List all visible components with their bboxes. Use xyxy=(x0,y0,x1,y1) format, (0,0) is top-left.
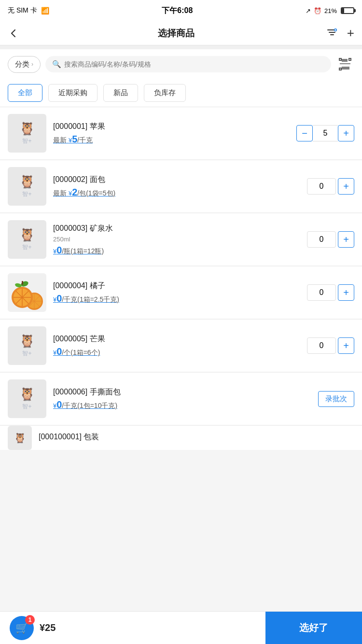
battery-indicator xyxy=(341,7,354,14)
search-icon: 🔍 xyxy=(52,60,61,69)
quantity-plus-button[interactable]: + xyxy=(338,337,354,354)
location-icon: ↗ xyxy=(306,7,311,14)
product-item: 🦉 智+ [0000002] 面包 最新 ¥2/包(1袋=5包) + xyxy=(0,160,362,212)
product-name: [0000004] 橘子 xyxy=(53,281,300,291)
product-info: [0000003] 矿泉水 250ml ¥0/瓶(1箱=12瓶) xyxy=(53,224,300,256)
cart-area: 🛒 1 ¥25 xyxy=(0,616,265,640)
product-image: 🦉 xyxy=(8,426,32,450)
bottom-bar: 🛒 1 ¥25 选好了 xyxy=(0,611,362,644)
battery-text: 21% xyxy=(324,7,337,14)
svg-rect-2 xyxy=(330,34,334,35)
product-price: ¥0/千克(1包=10千克) xyxy=(53,399,311,410)
product-name: [0000006] 手撕面包 xyxy=(53,387,311,397)
tab-new[interactable]: 新品 xyxy=(103,84,138,102)
status-left: 无 SIM 卡 📶 xyxy=(8,6,49,15)
status-time: 下午6:08 xyxy=(162,6,193,16)
product-image: 🦉 智+ xyxy=(8,379,46,418)
divider xyxy=(0,45,362,49)
product-name: [0000005] 芒果 xyxy=(53,334,300,344)
product-price: ¥0/个(1箱=6个) xyxy=(53,346,300,357)
status-right: ↗ ⏰ 21% xyxy=(306,7,354,14)
chevron-icon: › xyxy=(31,61,33,68)
search-input[interactable] xyxy=(64,60,324,68)
product-name: [0000001] 苹果 xyxy=(53,122,290,132)
svg-rect-6 xyxy=(349,58,351,60)
cart-button[interactable]: 🛒 1 xyxy=(10,616,34,640)
quantity-input[interactable] xyxy=(307,337,336,354)
product-item: 🦉 智+ [0000003] 矿泉水 250ml ¥0/瓶(1箱=12瓶) + xyxy=(0,213,362,266)
back-button[interactable] xyxy=(8,28,27,39)
filter-icon[interactable] xyxy=(326,26,338,41)
product-info: [0000004] 橘子 ¥0/千克(1箱=2.5千克) xyxy=(53,281,300,304)
quantity-control: + xyxy=(307,337,354,354)
product-image: 🦉 智+ xyxy=(8,167,46,206)
confirm-button[interactable]: 选好了 xyxy=(265,612,362,644)
add-icon[interactable]: + xyxy=(347,26,354,41)
product-price: 最新 ¥5/千克 xyxy=(53,134,290,145)
product-info: [000100001] 包装 xyxy=(39,432,354,444)
filter-bar: 分类 › 🔍 xyxy=(0,49,362,79)
product-info: [0000002] 面包 最新 ¥2/包(1袋=5包) xyxy=(53,175,300,198)
product-name: [0000003] 矿泉水 xyxy=(53,224,300,234)
orange-image xyxy=(8,273,46,312)
product-item: [0000004] 橘子 ¥0/千克(1箱=2.5千克) + xyxy=(0,266,362,319)
svg-rect-5 xyxy=(339,58,341,60)
quantity-plus-button[interactable]: + xyxy=(338,284,354,301)
quantity-plus-button[interactable]: + xyxy=(338,178,354,195)
tab-negative[interactable]: 负库存 xyxy=(144,84,186,102)
product-item-partial: 🦉 [000100001] 包装 xyxy=(0,426,362,450)
battery-fill xyxy=(342,8,344,13)
product-spec: 250ml xyxy=(53,236,300,243)
product-price: ¥0/千克(1箱=2.5千克) xyxy=(53,293,300,304)
svg-rect-38 xyxy=(22,281,23,285)
product-name: [000100001] 包装 xyxy=(39,432,354,442)
search-box: 🔍 xyxy=(45,56,331,72)
product-price: ¥0/瓶(1箱=12瓶) xyxy=(53,245,300,256)
product-info: [0000005] 芒果 ¥0/个(1箱=6个) xyxy=(53,334,300,357)
category-button[interactable]: 分类 › xyxy=(8,56,41,73)
product-info: [0000006] 手撕面包 ¥0/千克(1包=10千克) xyxy=(53,387,311,410)
sim-status: 无 SIM 卡 xyxy=(8,6,37,15)
quantity-control: − + xyxy=(296,125,354,141)
cart-badge: 1 xyxy=(25,615,35,625)
barcode-icon xyxy=(338,57,352,71)
cart-total: ¥25 xyxy=(40,622,56,633)
svg-rect-7 xyxy=(339,68,341,70)
quantity-input[interactable] xyxy=(307,178,336,195)
svg-point-4 xyxy=(334,29,336,30)
quantity-control: + xyxy=(307,178,354,195)
product-item: 🦉 智+ [0000001] 苹果 最新 ¥5/千克 − + xyxy=(0,107,362,159)
svg-rect-1 xyxy=(329,32,335,33)
product-image: 🦉 智+ xyxy=(8,114,46,153)
quantity-minus-button[interactable]: − xyxy=(296,125,313,141)
product-list: 🦉 智+ [0000001] 苹果 最新 ¥5/千克 − + 🦉 智+ xyxy=(0,107,362,450)
status-bar: 无 SIM 卡 📶 下午6:08 ↗ ⏰ 21% xyxy=(0,0,362,21)
product-item: 🦉 智+ [0000005] 芒果 ¥0/个(1箱=6个) + xyxy=(0,320,362,372)
product-image xyxy=(8,273,46,312)
nav-actions: + xyxy=(326,26,354,41)
product-image: 🦉 智+ xyxy=(8,326,46,365)
quantity-input[interactable] xyxy=(313,125,338,141)
page-title: 选择商品 xyxy=(158,27,195,40)
tab-bar: 全部 近期采购 新品 负库存 xyxy=(0,79,362,107)
quantity-plus-button[interactable]: + xyxy=(338,125,354,141)
quantity-control: + xyxy=(307,231,354,248)
wifi-icon: 📶 xyxy=(41,7,49,14)
product-info: [0000001] 苹果 最新 ¥5/千克 xyxy=(53,122,290,145)
nav-bar: 选择商品 + xyxy=(0,21,362,45)
batch-button[interactable]: 录批次 xyxy=(318,391,354,407)
alarm-icon: ⏰ xyxy=(314,7,321,14)
product-name: [0000002] 面包 xyxy=(53,175,300,185)
barcode-button[interactable] xyxy=(336,55,354,73)
quantity-control: + xyxy=(307,284,354,301)
product-item: 🦉 智+ [0000006] 手撕面包 ¥0/千克(1包=10千克) 录批次 xyxy=(0,373,362,425)
quantity-plus-button[interactable]: + xyxy=(338,231,354,248)
product-image: 🦉 智+ xyxy=(8,220,46,259)
tab-recent[interactable]: 近期采购 xyxy=(48,84,97,102)
quantity-input[interactable] xyxy=(307,284,336,301)
category-label: 分类 xyxy=(15,60,29,69)
tab-all[interactable]: 全部 xyxy=(8,84,42,102)
quantity-input[interactable] xyxy=(307,231,336,248)
product-price: 最新 ¥2/包(1袋=5包) xyxy=(53,187,300,198)
